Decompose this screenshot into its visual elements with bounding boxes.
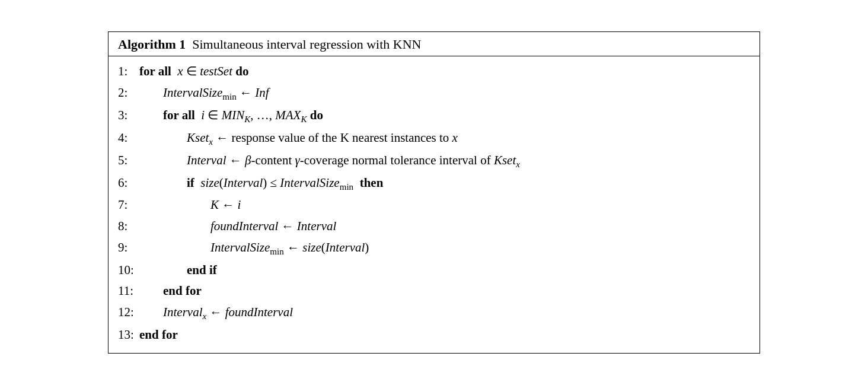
line-content: if size(Interval) ≤ IntervalSizemin then (187, 173, 383, 195)
algo-line-1: 1:for all x ∈ testSet do (118, 61, 750, 82)
line-number: 12: (118, 302, 139, 323)
line-number: 8: (118, 216, 139, 237)
algo-line-3: 3:for all i ∈ MINK, …, MAXK do (118, 105, 750, 128)
algo-line-6: 6:if size(Interval) ≤ IntervalSizemin th… (118, 173, 750, 195)
line-content: end for (163, 281, 202, 302)
line-content: IntervalSizemin ← size(Interval) (210, 237, 369, 260)
line-content: for all x ∈ testSet do (139, 61, 248, 82)
line-content: end if (187, 260, 217, 281)
line-number: 4: (118, 128, 139, 149)
line-content: Intervalx ← foundInterval (163, 302, 293, 324)
algorithm-box: Algorithm 1 Simultaneous interval regres… (108, 31, 760, 353)
algo-line-11: 11:end for (118, 281, 750, 302)
line-number: 13: (118, 324, 139, 346)
line-content: for all i ∈ MINK, …, MAXK do (163, 105, 323, 128)
line-number: 1: (118, 61, 139, 82)
algo-line-10: 10:end if (118, 260, 750, 281)
algo-line-8: 8:foundInterval ← Interval (118, 216, 750, 237)
algo-line-7: 7:K ← i (118, 195, 750, 216)
algorithm-body: 1:for all x ∈ testSet do2:IntervalSizemi… (108, 56, 760, 352)
line-number: 6: (118, 173, 139, 194)
algo-line-4: 4:Ksetx ← response value of the K neares… (118, 128, 750, 150)
line-number: 3: (118, 105, 139, 126)
algo-line-2: 2:IntervalSizemin ← Inf (118, 82, 750, 105)
algorithm-title: Simultaneous interval regression with KN… (189, 37, 422, 52)
line-content: end for (139, 324, 178, 346)
line-number: 5: (118, 150, 139, 171)
algo-line-12: 12:Intervalx ← foundInterval (118, 302, 750, 324)
algorithm-header: Algorithm 1 Simultaneous interval regres… (108, 32, 760, 56)
line-content: Interval ← β-content γ-coverage normal t… (187, 150, 520, 173)
algo-line-13: 13:end for (118, 324, 750, 346)
line-number: 7: (118, 195, 139, 216)
algo-line-9: 9:IntervalSizemin ← size(Interval) (118, 237, 750, 260)
algo-line-5: 5:Interval ← β-content γ-coverage normal… (118, 150, 750, 173)
line-number: 9: (118, 237, 139, 259)
line-content: IntervalSizemin ← Inf (163, 82, 269, 105)
line-number: 11: (118, 281, 139, 302)
line-content: Ksetx ← response value of the K nearest … (187, 128, 458, 150)
line-content: foundInterval ← Interval (210, 216, 336, 237)
line-content: K ← i (210, 195, 241, 216)
algorithm-label: Algorithm 1 (118, 37, 186, 52)
line-number: 10: (118, 260, 139, 281)
line-number: 2: (118, 82, 139, 104)
